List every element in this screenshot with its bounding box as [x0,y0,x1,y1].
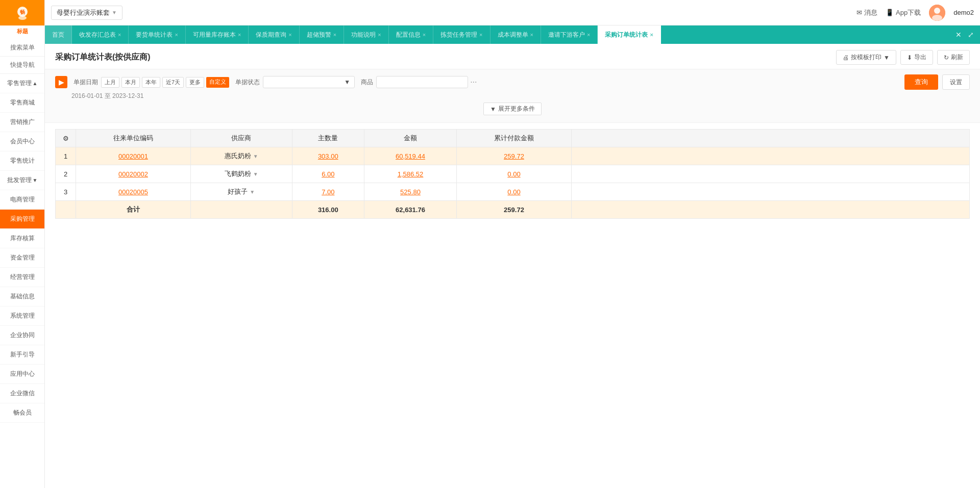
logo-area: 畅 [0,0,44,25]
close-icon[interactable]: × [378,32,381,38]
close-icon[interactable]: × [650,32,653,38]
shortcut-last-month[interactable]: 上月 [101,77,119,88]
tab-usable-stock[interactable]: 可用量库存账本 × [186,25,249,44]
chevron-down-icon: ▼ [112,10,117,15]
close-icon[interactable]: × [530,32,533,38]
chevron-down-icon[interactable]: ▼ [250,189,255,195]
search-menu-item[interactable]: 搜索菜单 [0,39,44,57]
status-select[interactable]: ▼ [263,76,355,88]
workspace-selector[interactable]: 母婴行业演示账套 ▼ [51,6,122,20]
sidebar-item-system[interactable]: 系统管理 [0,306,44,326]
tab-recv-send[interactable]: 收发存汇总表 × [72,25,129,44]
sidebar-item-inventory[interactable]: 库存核算 [0,229,44,248]
sidebar-item-member-center[interactable]: 会员中心 [0,132,44,151]
close-icon[interactable]: × [288,32,291,38]
close-icon[interactable]: × [423,32,426,38]
sidebar-item-retail-store[interactable]: 零售商城 [0,93,44,113]
tab-label: 拣货任务管理 [440,31,477,39]
sidebar-item-enterprise-wx[interactable]: 企业微信 [0,384,44,403]
row-code[interactable]: 00020001 [76,147,191,165]
query-button[interactable]: 查询 [904,74,938,90]
shortcut-this-year[interactable]: 本年 [142,77,160,88]
export-button[interactable]: ⬇ 导出 [900,50,933,65]
sidebar-item-finance[interactable]: 资金管理 [0,248,44,268]
tab-label: 采购订单统计表 [605,31,648,39]
tab-pick-task[interactable]: 拣货任务管理 × [433,25,490,44]
sidebar-item-label: 企业协同 [10,331,35,339]
tab-func-desc[interactable]: 功能说明 × [344,25,388,44]
row-qty[interactable]: 7.00 [292,183,364,201]
page-content: 采购订单统计表(按供应商) 🖨 按模板打印 ▼ ⬇ 导出 ↻ 刷新 [45,44,980,488]
svg-point-5 [934,8,940,14]
shortcut-this-month[interactable]: 本月 [121,77,140,88]
chevron-down-icon[interactable]: ▼ [253,171,258,177]
close-tab-button[interactable]: ✕ [953,30,964,40]
tab-req-stat[interactable]: 要货单统计表 × [129,25,185,44]
setting-button[interactable]: 设置 [942,74,970,90]
row-qty[interactable]: 303.00 [292,147,364,165]
chevron-down-icon: ▼ [490,106,496,113]
sidebar-item-ops[interactable]: 经营管理 [0,268,44,287]
tab-config-info[interactable]: 配置信息 × [389,25,433,44]
row-code[interactable]: 00020002 [76,165,191,183]
shortcut-7days[interactable]: 近7天 [162,77,184,88]
sidebar-item-marketing[interactable]: 营销推广 [0,113,44,132]
sidebar-item-member[interactable]: 畅会员 [0,403,44,423]
expand-tab-button[interactable]: ⤢ [966,30,976,40]
tab-expiry[interactable]: 保质期查询 × [249,25,299,44]
sidebar-item-newbie[interactable]: 新手引导 [0,345,44,365]
quick-nav-item[interactable]: 快捷导航 [0,57,44,74]
sidebar-item-basic[interactable]: 基础信息 [0,287,44,306]
sidebar-item-wholesale[interactable]: 批发管理 ▼ [0,171,44,190]
close-icon[interactable]: × [118,32,121,38]
row-paid[interactable]: 259.72 [456,147,571,165]
sidebar-item-ecommerce[interactable]: 电商管理 [0,190,44,210]
row-amount[interactable]: 1,586.52 [364,165,457,183]
sidebar-item-label: 批发管理 [7,176,32,185]
app-download-button[interactable]: 📱 App下载 [886,8,921,17]
refresh-button[interactable]: ↻ 刷新 [937,50,970,65]
top-bar-right: ✉ 消息 📱 App下载 demo2 [856,5,974,21]
logo-text: 标题 [0,25,44,39]
col-code: 往来单位编码 [76,130,191,147]
row-paid[interactable]: 0.00 [456,165,571,183]
sidebar-item-purchase[interactable]: 采购管理 [0,210,44,229]
more-options-button[interactable]: ··· [470,78,477,87]
goods-input[interactable] [376,76,468,88]
tab-home[interactable]: 首页 [45,25,72,44]
row-qty[interactable]: 6.00 [292,165,364,183]
row-amount[interactable]: 60,519.44 [364,147,457,165]
message-button[interactable]: ✉ 消息 [856,8,877,17]
footer-empty-1 [56,201,76,219]
close-icon[interactable]: × [587,32,590,38]
date-range-display: 2016-01-01 至 2023-12-31 [71,92,970,100]
tab-purchase-stat[interactable]: 采购订单统计表 × [598,25,660,44]
close-icon[interactable]: × [175,32,178,38]
settings-icon[interactable]: ⚙ [63,135,69,142]
sidebar-item-retail-mgmt[interactable]: 零售管理 ▲ [0,74,44,93]
chevron-down-icon: ▼ [884,54,890,61]
tab-overstock[interactable]: 超储预警 × [300,25,344,44]
tab-label: 收发存汇总表 [79,31,116,39]
row-paid[interactable]: 0.00 [456,183,571,201]
shortcut-more[interactable]: 更多 [186,77,204,88]
table-row: 2 00020002 飞鹤奶粉▼ 6.00 1,586.52 0.00 [56,165,970,183]
expand-more-button[interactable]: ▼ 展开更多条件 [483,102,542,115]
custom-date-tag[interactable]: 自定义 [206,77,229,88]
close-icon[interactable]: × [479,32,482,38]
export-icon: ⬇ [907,54,912,61]
sidebar-item-enterprise[interactable]: 企业协同 [0,326,44,345]
print-button[interactable]: 🖨 按模板打印 ▼ [836,50,896,65]
close-icon[interactable]: × [333,32,336,38]
chevron-down-icon[interactable]: ▼ [253,153,258,159]
tab-invite[interactable]: 邀请下游客户 × [541,25,598,44]
filter-toggle-button[interactable]: ▶ [55,76,67,88]
sidebar-item-label: 应用中心 [10,370,35,377]
sidebar-item-app-center[interactable]: 应用中心 [0,365,44,384]
row-code[interactable]: 00020005 [76,183,191,201]
row-supplier: 飞鹤奶粉▼ [190,165,292,183]
row-amount[interactable]: 525.80 [364,183,457,201]
sidebar-item-retail-stat[interactable]: 零售统计 [0,151,44,171]
close-icon[interactable]: × [238,32,241,38]
tab-cost-adj[interactable]: 成本调整单 × [491,25,541,44]
